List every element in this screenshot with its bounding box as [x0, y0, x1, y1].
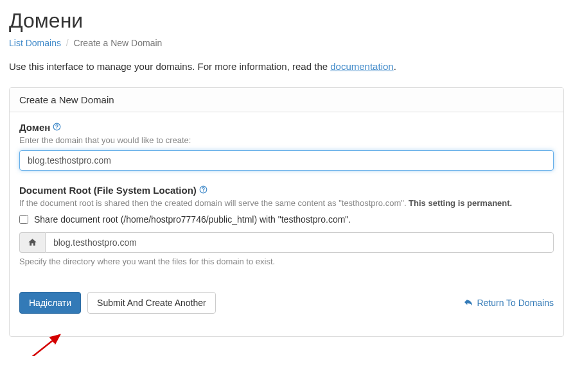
home-icon	[19, 232, 45, 253]
domain-label-text: Домен	[19, 122, 50, 133]
intro-suffix: .	[394, 61, 396, 72]
return-icon	[464, 298, 473, 308]
domain-hint: Enter the domain that you would like to …	[19, 135, 554, 145]
share-docroot-label: Share document root (/home/hostpro77746/…	[34, 214, 351, 225]
return-label: Return To Domains	[477, 298, 554, 308]
breadcrumb-separator: /	[66, 38, 69, 48]
docroot-label-text: Document Root (File System Location)	[19, 185, 197, 196]
svg-point-1	[57, 128, 57, 129]
documentation-link[interactable]: documentation	[330, 61, 393, 72]
breadcrumb: List Domains / Create a New Domain	[9, 38, 564, 48]
panel-heading: Create a New Domain	[10, 88, 563, 112]
share-docroot-checkbox[interactable]	[19, 215, 28, 224]
intro-text: Use this interface to manage your domain…	[9, 61, 564, 72]
docroot-hint-prefix: If the document root is shared then the …	[19, 198, 409, 208]
left-actions: Надіслати Submit And Create Another	[19, 292, 216, 314]
docroot-input[interactable]	[45, 232, 554, 253]
docroot-input-group	[19, 232, 554, 253]
domain-label: Домен	[19, 122, 61, 133]
submit-button[interactable]: Надіслати	[19, 292, 81, 314]
intro-prefix: Use this interface to manage your domain…	[9, 61, 330, 72]
submit-and-create-another-button[interactable]: Submit And Create Another	[87, 292, 216, 314]
create-domain-panel: Create a New Domain Домен Enter the doma…	[9, 87, 564, 337]
breadcrumb-link-list-domains[interactable]: List Domains	[9, 38, 61, 48]
actions-row: Надіслати Submit And Create Another Retu…	[19, 292, 554, 314]
docroot-form-group: Document Root (File System Location) If …	[19, 185, 554, 266]
return-to-domains-link[interactable]: Return To Domains	[464, 298, 554, 308]
breadcrumb-current: Create a New Domain	[74, 38, 163, 48]
docroot-label: Document Root (File System Location)	[19, 185, 207, 196]
svg-point-3	[203, 191, 204, 192]
share-docroot-row[interactable]: Share document root (/home/hostpro77746/…	[19, 214, 554, 225]
docroot-post-hint: Specify the directory where you want the…	[19, 257, 554, 266]
domain-input[interactable]	[19, 150, 554, 171]
help-icon[interactable]	[53, 123, 61, 132]
docroot-hint-strong: This setting is permanent.	[409, 198, 512, 208]
page-title: Домени	[9, 9, 564, 33]
annotation-arrow	[0, 334, 80, 356]
panel-body: Домен Enter the domain that you would li…	[10, 112, 563, 336]
domain-form-group: Домен Enter the domain that you would li…	[19, 122, 554, 171]
svg-line-5	[0, 335, 60, 356]
help-icon[interactable]	[199, 185, 207, 195]
docroot-hint: If the document root is shared then the …	[19, 198, 554, 208]
